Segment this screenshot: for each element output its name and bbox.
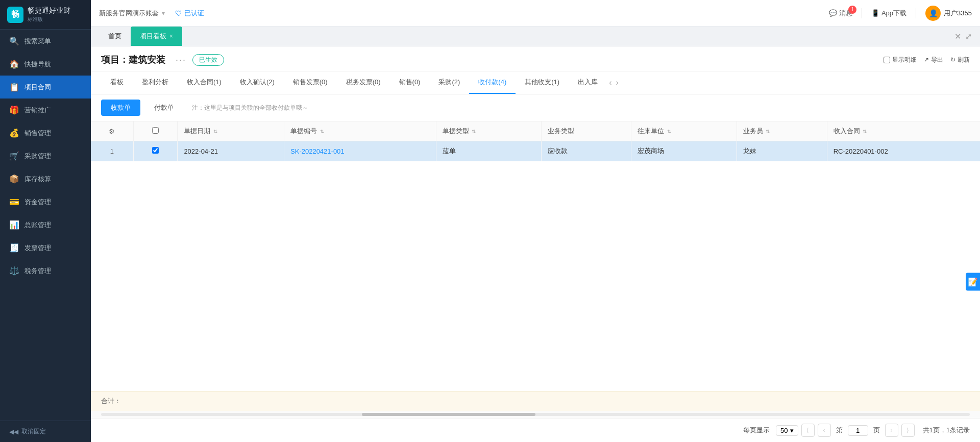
more-options-button[interactable]: ···: [176, 55, 186, 65]
sidebar-item-finance[interactable]: 💳 资金管理: [0, 190, 91, 213]
tabbar: 首页 项目看板 × ✕ ⤢: [91, 27, 980, 46]
sidebar-item-sales[interactable]: 💰 销售管理: [0, 121, 91, 144]
show-detail-checkbox[interactable]: 显示明细: [884, 56, 917, 64]
sidebar-item-label: 营销推广: [24, 106, 51, 115]
per-page-label: 每页显示: [743, 426, 770, 435]
tab-project[interactable]: 项目看板 ×: [131, 27, 182, 46]
subtab-tax-invoice[interactable]: 税务发票(0): [337, 71, 390, 94]
subtab-other[interactable]: 其他收支(1): [516, 71, 569, 94]
page-size-select[interactable]: 50 ▾: [776, 425, 798, 436]
subtab-purchase[interactable]: 采购(2): [429, 71, 469, 94]
pagination: 每页显示 50 ▾ ⟨ ‹ 第 1 页 › ⟩ 共1页，1条记录: [91, 418, 980, 442]
sidebar-item-label: 发票管理: [24, 243, 51, 253]
sidebar-item-contract[interactable]: 📋 项目合同: [0, 76, 91, 99]
subtab-sales-invoice[interactable]: 销售发票(0): [284, 71, 337, 94]
last-page-button[interactable]: ⟩: [901, 424, 915, 437]
col-income-contract[interactable]: 收入合同 ⇅: [827, 121, 980, 141]
inner-tab-payment[interactable]: 付款单: [144, 100, 184, 116]
table-row[interactable]: 1 2022-04-21 SK-20220421-001 蓝单 应收款 宏茂商场: [91, 141, 980, 161]
tab-close-button[interactable]: ×: [169, 33, 173, 40]
float-panel-button[interactable]: 📝: [966, 273, 980, 291]
select-all-checkbox[interactable]: [152, 127, 159, 134]
col-settings[interactable]: ⚙: [91, 121, 133, 141]
prev-page-button[interactable]: ‹: [818, 424, 831, 437]
sidebar-unpin-button[interactable]: ◀◀ 取消固定: [0, 421, 91, 442]
sort-icon: ⇅: [667, 129, 671, 134]
refresh-label: 刷新: [958, 56, 970, 64]
row-number-link[interactable]: SK-20220421-001: [290, 148, 345, 155]
data-table: ⚙ 单据日期 ⇅ 单据编号 ⇅ 单据类型 ⇅: [91, 121, 980, 161]
subtab-profit-label: 盈利分析: [142, 78, 168, 86]
sidebar-item-marketing[interactable]: 🎁 营销推广: [0, 99, 91, 121]
inner-tab-receipt[interactable]: 收款单: [101, 100, 140, 116]
table-footer: 合计：: [91, 391, 980, 411]
subtab-sales-label: 销售(0): [399, 78, 421, 86]
sidebar-item-purchase[interactable]: 🛒 采购管理: [0, 144, 91, 167]
home-icon: 🏠: [9, 59, 19, 69]
avatar: 👤: [925, 6, 941, 21]
sidebar-item-search[interactable]: 🔍 搜索菜单: [0, 30, 91, 53]
export-icon: ↗: [924, 56, 929, 63]
page-unit: 页: [871, 426, 882, 435]
row-seq: 1: [91, 141, 133, 161]
logo-icon: 畅: [7, 7, 23, 23]
sort-icon: ⇅: [863, 129, 867, 134]
scrollbar-thumb[interactable]: [362, 413, 535, 416]
tab-home[interactable]: 首页: [99, 27, 131, 46]
col-date[interactable]: 单据日期 ⇅: [178, 121, 284, 141]
project-status-badge: 已生效: [192, 54, 224, 66]
row-date: 2022-04-21: [178, 141, 284, 161]
project-header: 项目：建筑安装 ··· 已生效 显示明细 ↗ 导出 ↻ 刷新: [91, 46, 980, 71]
sidebar-item-quick[interactable]: 🏠 快捷导航: [0, 53, 91, 76]
horizontal-scrollbar[interactable]: [91, 411, 980, 418]
sidebar-item-tax[interactable]: ⚖️ 税务管理: [0, 259, 91, 282]
show-detail-input[interactable]: [884, 57, 890, 63]
col-type[interactable]: 单据类型 ⇅: [436, 121, 542, 141]
sidebar-item-inventory[interactable]: 📦 库存核算: [0, 167, 91, 190]
page-size-value: 50: [780, 427, 788, 434]
panel-icon: 📝: [968, 277, 978, 287]
subtab-prev-button[interactable]: ‹: [607, 74, 614, 91]
first-page-button[interactable]: ⟨: [801, 424, 815, 437]
export-button[interactable]: ↗ 导出: [924, 56, 943, 64]
subtab-income-confirm[interactable]: 收入确认(2): [231, 71, 284, 94]
subtab-next-button[interactable]: ›: [614, 74, 620, 91]
subtab-inout[interactable]: 出入库: [569, 71, 607, 94]
topbar-project: 新服务官网演示账套 ▾: [99, 9, 165, 18]
sidebar-item-invoice[interactable]: 🧾 发票管理: [0, 236, 91, 259]
topbar-right: 💬 消息 1 📱 App下载 👤 用户3355: [829, 6, 972, 21]
close-window-icon[interactable]: ✕: [954, 32, 961, 41]
sort-icon: ⇅: [472, 129, 476, 134]
subtab-receipt[interactable]: 收付款(4): [469, 71, 516, 94]
col-partner[interactable]: 往来单位 ⇅: [631, 121, 737, 141]
col-number[interactable]: 单据编号 ⇅: [284, 121, 436, 141]
app-download-button[interactable]: 📱 App下载: [871, 9, 906, 18]
sidebar-item-label: 项目合同: [24, 83, 51, 92]
col-salesman[interactable]: 业务员 ⇅: [737, 121, 827, 141]
message-button[interactable]: 💬 消息 1: [829, 9, 852, 18]
sort-icon: ⇅: [766, 129, 770, 134]
current-page-input[interactable]: 1: [848, 425, 868, 436]
project-title: 项目：建筑安装: [101, 54, 165, 66]
sidebar-item-label: 快捷导航: [24, 60, 51, 69]
row-checkbox-cell: [133, 141, 178, 161]
chevron-down-icon[interactable]: ▾: [162, 10, 165, 17]
sidebar-item-label: 采购管理: [24, 152, 51, 161]
next-page-button[interactable]: ›: [885, 424, 898, 437]
subtab-sales[interactable]: 销售(0): [390, 71, 430, 94]
subtab-profit[interactable]: 盈利分析: [133, 71, 178, 94]
tab-home-label: 首页: [108, 32, 121, 41]
shield-icon: 🛡: [175, 9, 182, 17]
refresh-button[interactable]: ↻ 刷新: [950, 56, 970, 64]
project-selector[interactable]: 新服务官网演示账套: [99, 9, 159, 18]
user-menu[interactable]: 👤 用户3355: [925, 6, 972, 21]
topbar: 新服务官网演示账套 ▾ 🛡 已认证 💬 消息 1 📱 App下载 👤 用户335…: [91, 0, 980, 27]
row-number: SK-20220421-001: [284, 141, 436, 161]
maximize-icon[interactable]: ⤢: [965, 32, 972, 41]
app-label: App下载: [881, 9, 906, 18]
subtab-kanban[interactable]: 看板: [101, 71, 133, 94]
export-label: 导出: [931, 56, 943, 64]
sidebar-item-ledger[interactable]: 📊 总账管理: [0, 213, 91, 236]
subtab-income-contract[interactable]: 收入合同(1): [178, 71, 231, 94]
row-checkbox[interactable]: [152, 147, 159, 154]
